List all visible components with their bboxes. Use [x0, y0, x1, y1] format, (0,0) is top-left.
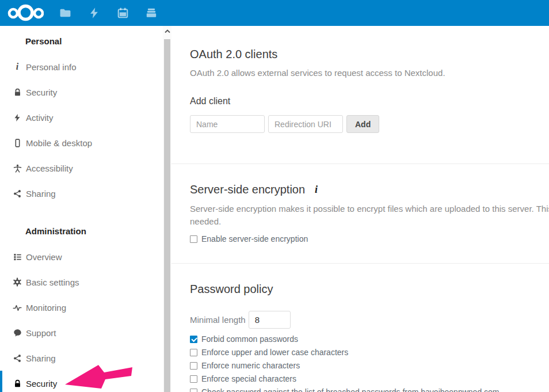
- checkbox-label: Check password against the list of breac…: [201, 387, 500, 392]
- sidebar-item-admin-overview[interactable]: Overview: [0, 244, 163, 269]
- enforce-case-checkbox[interactable]: [190, 349, 197, 356]
- sidebar-item-label: Support: [26, 328, 56, 338]
- speech-bubble-icon: [13, 328, 22, 337]
- sidebar-item-label: Monitoring: [26, 303, 66, 313]
- chevron-up-icon: [165, 29, 170, 33]
- sidebar-item-label: Accessibility: [26, 163, 73, 173]
- minimal-length-label: Minimal length: [190, 315, 246, 325]
- checkbox-label: Enforce upper and lower case characters: [201, 348, 348, 357]
- sidebar-item-label: Sharing: [26, 189, 56, 199]
- enforce-numeric-row[interactable]: Enforce numeric characters: [190, 361, 549, 370]
- sidebar-item-admin-monitoring[interactable]: Monitoring: [0, 295, 163, 320]
- settings-content: OAuth 2.0 clients OAuth 2.0 allows exter…: [171, 26, 549, 392]
- sidebar-item-personal-security[interactable]: Security: [0, 79, 163, 105]
- redirection-uri-input[interactable]: [268, 115, 343, 133]
- sidebar-item-label: Security: [26, 87, 57, 97]
- enforce-special-row[interactable]: Enforce special characters: [190, 374, 549, 383]
- add-client-button[interactable]: Add: [346, 115, 379, 133]
- settings-sidebar: Personal i Personal info Security Activi…: [0, 26, 163, 392]
- enable-encryption-checkbox[interactable]: [190, 235, 197, 243]
- sidebar-item-admin-sharing[interactable]: Sharing: [0, 345, 163, 371]
- check-breached-checkbox[interactable]: [190, 389, 197, 392]
- files-app-button[interactable]: [51, 0, 79, 26]
- sidebar-item-label: Sharing: [26, 353, 56, 363]
- pulse-icon: [13, 303, 22, 312]
- sidebar-item-mobile-desktop[interactable]: Mobile & desktop: [0, 130, 163, 155]
- checkbox-label: Enforce numeric characters: [201, 361, 300, 370]
- password-policy-options: Forbid common passwords Enforce upper an…: [190, 334, 549, 392]
- minimal-length-input[interactable]: [249, 311, 291, 329]
- encryption-description-line1: Server-side encryption makes it possible…: [190, 203, 549, 215]
- header-bar: [0, 0, 549, 26]
- oauth-description: OAuth 2.0 allows external services to re…: [190, 68, 549, 78]
- minimal-length-row: Minimal length: [190, 311, 549, 329]
- sidebar-item-activity[interactable]: Activity: [0, 105, 163, 130]
- share-icon: [13, 189, 22, 198]
- list-icon: [13, 252, 22, 261]
- sidebar-item-admin-security[interactable]: Security: [0, 371, 163, 392]
- sidebar-item-label: Security: [26, 379, 57, 389]
- encryption-title-row: Server-side encryption i: [190, 182, 549, 196]
- info-icon[interactable]: i: [315, 182, 318, 196]
- password-policy-section: Password policy Minimal length Forbid co…: [171, 263, 549, 392]
- sidebar-item-admin-basic-settings[interactable]: Basic settings: [0, 269, 163, 295]
- checkbox-label: Enforce special characters: [201, 374, 296, 383]
- info-icon: i: [13, 62, 22, 71]
- app-navigation: [51, 0, 166, 26]
- nextcloud-logo-icon: [7, 3, 44, 23]
- forbid-common-passwords-checkbox[interactable]: [190, 336, 197, 343]
- sidebar-section-personal: Personal: [0, 29, 163, 54]
- activity-icon: [89, 7, 100, 19]
- sidebar-item-accessibility[interactable]: Accessibility: [0, 155, 163, 181]
- lock-icon: [13, 87, 22, 97]
- client-name-input[interactable]: [190, 115, 265, 133]
- calendar-icon: [117, 7, 129, 19]
- activity-app-button[interactable]: [79, 0, 108, 26]
- add-client-heading: Add client: [190, 96, 549, 106]
- files-icon: [59, 7, 71, 19]
- sidebar-section-administration: Administration: [0, 219, 163, 244]
- checkbox-label: Forbid common passwords: [201, 334, 298, 344]
- check-breached-row[interactable]: Check password against the list of breac…: [190, 387, 549, 392]
- enforce-case-row[interactable]: Enforce upper and lower case characters: [190, 348, 549, 357]
- enable-encryption-label: Enable server-side encryption: [201, 234, 308, 243]
- oauth-title: OAuth 2.0 clients: [190, 47, 549, 61]
- lock-icon: [13, 379, 22, 388]
- encryption-section: Server-side encryption i Server-side enc…: [171, 163, 549, 263]
- sidebar-scrollbar[interactable]: [163, 26, 171, 392]
- share-icon: [13, 353, 22, 363]
- enforce-numeric-checkbox[interactable]: [190, 362, 197, 370]
- mobile-icon: [13, 138, 22, 147]
- enforce-special-checkbox[interactable]: [190, 375, 197, 383]
- deck-app-button[interactable]: [137, 0, 166, 26]
- scrollbar-up-arrow[interactable]: [163, 26, 171, 36]
- encryption-description: Server-side encryption makes it possible…: [190, 203, 549, 227]
- calendar-app-button[interactable]: [108, 0, 137, 26]
- forbid-common-passwords-row[interactable]: Forbid common passwords: [190, 334, 549, 344]
- sidebar-item-label: Personal info: [26, 62, 77, 72]
- enable-encryption-row[interactable]: Enable server-side encryption: [190, 234, 549, 243]
- encryption-description-line2: needed.: [190, 215, 549, 228]
- gear-icon: [13, 277, 22, 287]
- sidebar-item-label: Activity: [26, 113, 54, 123]
- nextcloud-logo[interactable]: [0, 0, 51, 26]
- add-client-form: Add: [190, 115, 549, 133]
- sidebar-item-admin-support[interactable]: Support: [0, 320, 163, 345]
- sidebar-item-label: Mobile & desktop: [26, 138, 92, 148]
- accessibility-icon: [13, 163, 22, 173]
- sidebar-item-label: Basic settings: [26, 277, 79, 287]
- oauth-section: OAuth 2.0 clients OAuth 2.0 allows exter…: [171, 26, 549, 163]
- sidebar-item-personal-sharing[interactable]: Sharing: [0, 181, 163, 206]
- sidebar-item-label: Overview: [26, 252, 62, 262]
- password-policy-title: Password policy: [190, 282, 549, 296]
- sidebar-item-personal-info[interactable]: i Personal info: [0, 54, 163, 79]
- deck-icon: [145, 7, 158, 19]
- lightning-icon: [13, 113, 22, 122]
- scrollbar-thumb[interactable]: [164, 39, 170, 392]
- encryption-title: Server-side encryption: [190, 182, 305, 196]
